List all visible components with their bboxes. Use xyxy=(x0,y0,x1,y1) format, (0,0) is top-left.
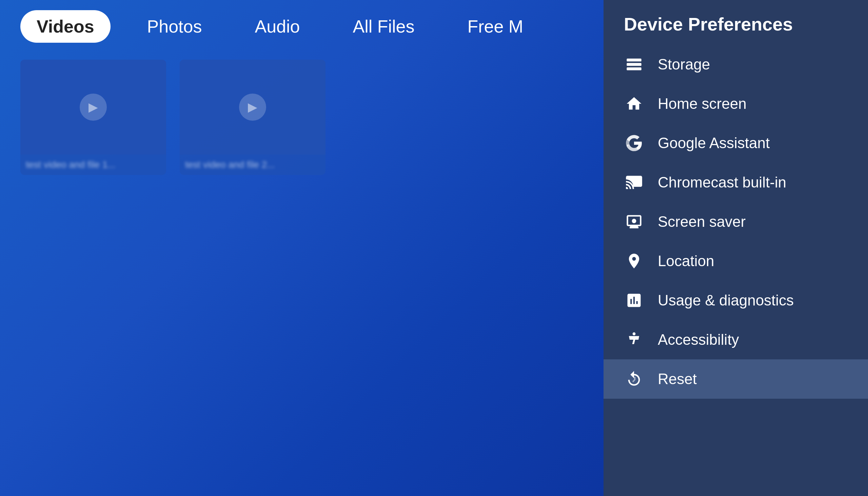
tab-free-m[interactable]: Free M xyxy=(451,10,540,43)
chromecast-label: Chromecast built-in xyxy=(658,174,786,191)
google-icon xyxy=(624,133,644,153)
storage-icon xyxy=(624,54,644,75)
video-title-2: test video and file 2... xyxy=(180,155,326,175)
home-screen-label: Home screen xyxy=(658,95,747,112)
play-icon-1: ▶ xyxy=(80,94,107,121)
reset-label: Reset xyxy=(658,371,697,388)
accessibility-label: Accessibility xyxy=(658,331,739,348)
video-card-2[interactable]: ▶ test video and file 2... xyxy=(180,60,326,175)
usage-diagnostics-label: Usage & diagnostics xyxy=(658,292,794,309)
location-label: Location xyxy=(658,252,714,269)
tab-videos[interactable]: Videos xyxy=(20,10,110,43)
home-icon xyxy=(624,94,644,114)
tab-photos[interactable]: Photos xyxy=(131,10,218,43)
svg-rect-0 xyxy=(626,59,641,62)
svg-rect-2 xyxy=(626,67,641,71)
tab-all-files[interactable]: All Files xyxy=(336,10,431,43)
sidebar: Device Preferences Storage Home screen xyxy=(604,0,868,496)
video-thumbnail-1: ▶ xyxy=(20,60,166,155)
sidebar-item-chromecast[interactable]: Chromecast built-in xyxy=(604,163,868,202)
video-grid: ▶ test video and file 1... ▶ test video … xyxy=(0,53,604,182)
svg-point-4 xyxy=(633,332,636,335)
svg-point-3 xyxy=(632,219,636,223)
tab-audio[interactable]: Audio xyxy=(238,10,316,43)
reset-icon xyxy=(624,369,644,389)
sidebar-item-usage-diagnostics[interactable]: Usage & diagnostics xyxy=(604,281,868,320)
sidebar-title: Device Preferences xyxy=(604,0,868,45)
sidebar-item-storage[interactable]: Storage xyxy=(604,45,868,84)
location-icon xyxy=(624,251,644,271)
video-title-1: test video and file 1... xyxy=(20,155,166,175)
main-content: Videos Photos Audio All Files Free M ▶ t… xyxy=(0,0,604,496)
cast-icon xyxy=(624,172,644,192)
svg-rect-1 xyxy=(626,63,641,66)
accessibility-icon xyxy=(624,329,644,350)
sidebar-item-home-screen[interactable]: Home screen xyxy=(604,84,868,123)
sidebar-item-google-assistant[interactable]: Google Assistant xyxy=(604,123,868,163)
sidebar-item-reset[interactable]: Reset xyxy=(604,359,868,399)
analytics-icon xyxy=(624,290,644,311)
video-card-1[interactable]: ▶ test video and file 1... xyxy=(20,60,166,175)
screen-saver-icon xyxy=(624,212,644,232)
video-thumbnail-2: ▶ xyxy=(180,60,326,155)
storage-label: Storage xyxy=(658,56,710,73)
sidebar-item-location[interactable]: Location xyxy=(604,242,868,281)
screen-saver-label: Screen saver xyxy=(658,213,746,230)
sidebar-item-accessibility[interactable]: Accessibility xyxy=(604,320,868,359)
nav-tabs: Videos Photos Audio All Files Free M xyxy=(0,0,604,53)
play-icon-2: ▶ xyxy=(239,94,266,121)
sidebar-item-screen-saver[interactable]: Screen saver xyxy=(604,202,868,242)
google-assistant-label: Google Assistant xyxy=(658,135,770,152)
